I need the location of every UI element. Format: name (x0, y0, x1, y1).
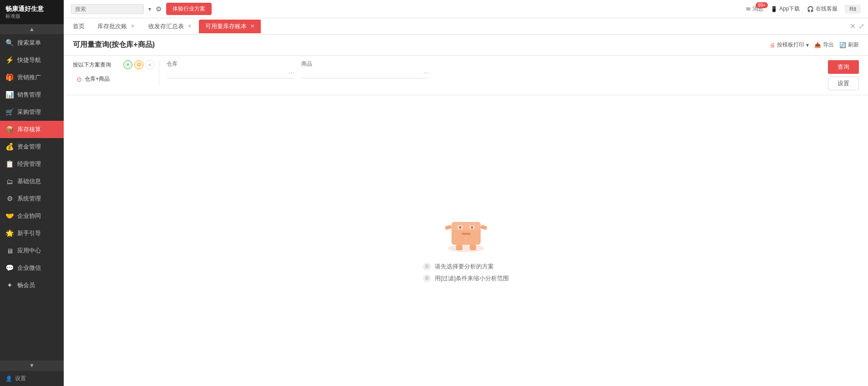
product-input-wrap: ··· (301, 69, 429, 78)
sidebar-item-label-cooperation: 企业协同 (17, 212, 41, 220)
sidebar-item-finance[interactable]: 💰 资金管理 (0, 138, 64, 155)
sidebar-item-marketing[interactable]: 🎁 营销推广 (0, 69, 64, 86)
tip-text-1: 请先选择要分析的方案 (435, 262, 494, 271)
svg-rect-7 (462, 233, 471, 235)
sidebar-item-label-finance: 资金管理 (17, 143, 41, 151)
setting-scheme-button[interactable]: ⚙ (134, 60, 143, 69)
top-bar-right: ✉ 消息 99+ 📱 App下载 🎧 在线客服 Rit (746, 5, 861, 14)
sidebar-item-label-guide: 新手引导 (17, 229, 41, 237)
message-button[interactable]: ✉ 消息 99+ (746, 5, 763, 13)
app-label: App下载 (779, 5, 800, 13)
svg-point-0 (448, 245, 484, 252)
sidebar-scroll-down[interactable]: ▼ (0, 360, 64, 371)
sidebar-item-search[interactable]: 🔍 搜索菜单 (0, 34, 64, 51)
svg-point-6 (471, 226, 473, 229)
search-input[interactable] (71, 4, 144, 14)
refresh-icon: 🔄 (839, 42, 846, 48)
sidebar-item-label-operation: 经营管理 (17, 160, 41, 168)
marketing-icon: 🎁 (5, 73, 14, 82)
sidebar-item-quick-nav[interactable]: ⚡ 快捷导航 (0, 51, 64, 69)
filter-scheme-panel: 按以下方案查询 + ⚙ « ⊙ 仓库+商品 (73, 60, 159, 85)
refresh-button[interactable]: 🔄 刷新 (839, 41, 859, 49)
tab-batch-account[interactable]: 库存批次账 ✕ (91, 20, 141, 33)
app-center-icon: 🖥 (5, 247, 14, 255)
sidebar-item-sales[interactable]: 📊 销售管理 (0, 86, 64, 103)
settings-icon[interactable]: ⚙ (156, 5, 162, 13)
headset-icon: 🎧 (807, 6, 814, 12)
cooperation-icon: 🤝 (5, 212, 14, 220)
service-label: 在线客服 (816, 5, 838, 13)
query-button[interactable]: 查询 (828, 60, 859, 74)
operation-icon: 📋 (5, 160, 14, 168)
sidebar-item-label-search: 搜索菜单 (17, 39, 41, 47)
page-actions: 🖨 按模板打印 ▾ 📤 导出 🔄 刷新 (770, 41, 859, 49)
sidebar-item-purchase[interactable]: 🛒 采购管理 (0, 103, 64, 121)
sidebar-item-label-basic: 基础信息 (17, 177, 41, 185)
wechat-icon: 💬 (5, 264, 14, 272)
filter-area: 按以下方案查询 + ⚙ « ⊙ 仓库+商品 仓库 (64, 56, 868, 95)
tabs-expand-button[interactable]: ⤢ (858, 22, 864, 31)
sidebar: 畅康通好生意 标准版 ▲ 🔍 搜索菜单 ⚡ 快捷导航 🎁 营销推广 📊 销售管理… (0, 0, 64, 386)
warehouse-input[interactable] (167, 69, 287, 76)
warehouse-more-icon[interactable]: ··· (289, 69, 294, 76)
brand-name: 畅康通好生意 (5, 5, 58, 13)
empty-tips: ① 请先选择要分析的方案 ② 用[过滤]条件来缩小分析范围 (423, 262, 509, 283)
product-input[interactable] (301, 69, 421, 76)
sales-icon: 📊 (5, 91, 14, 99)
basic-icon: 🗂 (5, 178, 14, 185)
inventory-icon: 📦 (5, 125, 14, 134)
add-scheme-button[interactable]: + (123, 60, 132, 69)
user-button[interactable]: Rit (845, 5, 861, 14)
warehouse-field-label: 仓库 (167, 60, 294, 68)
sidebar-item-app-center[interactable]: 🖥 应用中心 (0, 242, 64, 259)
sidebar-item-member[interactable]: ✦ 畅会员 (0, 277, 64, 294)
collapse-scheme-button[interactable]: « (145, 60, 154, 69)
search-dropdown-icon[interactable]: ▾ (148, 6, 151, 12)
tabs-close-all-button[interactable]: ✕ (850, 22, 856, 31)
tip-text-2: 用[过滤]条件来缩小分析范围 (435, 274, 509, 283)
settings-button[interactable]: 设置 (828, 77, 859, 90)
app-download-button[interactable]: 📱 App下载 (771, 5, 800, 13)
main-area: ▾ ⚙ 体验行业方案 ✉ 消息 99+ 📱 App下载 🎧 在线客服 Rit 首… (64, 0, 868, 386)
sidebar-item-label-app-center: 应用中心 (17, 247, 41, 255)
sidebar-scroll-up[interactable]: ▲ (0, 24, 64, 34)
purchase-icon: 🛒 (5, 108, 14, 116)
scheme-item-warehouse-product[interactable]: ⊙ 仓库+商品 (73, 73, 154, 85)
brand-version: 标准版 (5, 13, 58, 20)
tab-stock-summary-label: 收发存汇总表 (148, 22, 184, 31)
sidebar-header: 畅康通好生意 标准版 (0, 0, 64, 24)
sidebar-item-system[interactable]: ⚙ 系统管理 (0, 190, 64, 207)
empty-state: ① 请先选择要分析的方案 ② 用[过滤]条件来缩小分析范围 (64, 95, 868, 386)
sidebar-bottom-icon: 👤 (5, 376, 12, 382)
member-icon: ✦ (5, 281, 14, 289)
sidebar-item-label-inventory: 库存核算 (17, 125, 41, 134)
sidebar-item-label-marketing: 营销推广 (17, 73, 41, 82)
product-more-icon[interactable]: ··· (423, 69, 429, 76)
svg-rect-11 (480, 225, 487, 230)
sidebar-item-operation[interactable]: 📋 经营管理 (0, 155, 64, 173)
guide-icon: 🌟 (5, 229, 14, 237)
tab-home[interactable]: 首页 (67, 20, 90, 33)
tab-batch-account-close[interactable]: ✕ (131, 23, 135, 29)
tab-available-ledger-close[interactable]: ✕ (250, 23, 254, 29)
print-button[interactable]: 🖨 按模板打印 ▾ (770, 41, 809, 49)
scheme-item-label: 仓库+商品 (85, 75, 110, 83)
sidebar-item-label-purchase: 采购管理 (17, 108, 41, 116)
tab-available-ledger[interactable]: 可用量库存账本 ✕ (199, 20, 261, 33)
sidebar-item-basic[interactable]: 🗂 基础信息 (0, 173, 64, 190)
sidebar-item-cooperation[interactable]: 🤝 企业协同 (0, 207, 64, 225)
tab-stock-summary[interactable]: 收发存汇总表 ✕ (142, 20, 198, 33)
sidebar-item-guide[interactable]: 🌟 新手引导 (0, 225, 64, 242)
phone-icon: 📱 (771, 6, 777, 12)
trial-button[interactable]: 体验行业方案 (166, 3, 212, 15)
page-header: 可用量查询(按仓库+商品) 🖨 按模板打印 ▾ 📤 导出 🔄 刷新 (64, 35, 868, 56)
service-button[interactable]: 🎧 在线客服 (807, 5, 838, 13)
export-button[interactable]: 📤 导出 (814, 41, 834, 49)
scheme-item-icon: ⊙ (76, 76, 82, 83)
print-dropdown-icon[interactable]: ▾ (806, 42, 809, 48)
tab-stock-summary-close[interactable]: ✕ (188, 23, 192, 29)
refresh-label: 刷新 (848, 41, 859, 49)
quick-nav-icon: ⚡ (5, 56, 14, 64)
sidebar-item-inventory[interactable]: 📦 库存核算 (0, 121, 64, 138)
sidebar-item-wechat[interactable]: 💬 企业微信 (0, 259, 64, 277)
